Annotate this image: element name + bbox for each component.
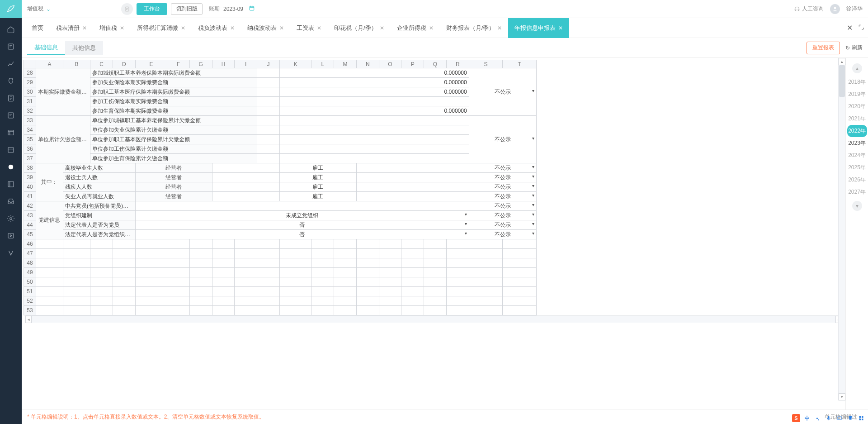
cell[interactable] xyxy=(334,249,357,258)
tab-税表清册[interactable]: 税表清册✕ xyxy=(50,18,93,38)
note-icon[interactable] xyxy=(121,3,133,15)
year-down-icon[interactable]: ▾ xyxy=(852,201,862,211)
cell[interactable] xyxy=(311,239,334,249)
col-Q[interactable]: Q xyxy=(424,60,447,68)
tab-close-icon[interactable]: ✕ xyxy=(120,25,124,31)
nav-inbox-icon[interactable] xyxy=(0,194,22,209)
cell[interactable] xyxy=(446,239,469,249)
cell[interactable] xyxy=(113,296,135,306)
row-46[interactable]: 46 xyxy=(24,239,36,249)
ime-skin-icon[interactable] xyxy=(846,414,854,422)
col-R[interactable]: R xyxy=(446,60,469,68)
desc[interactable]: 参加工伤保险本期实际缴费金额 xyxy=(90,97,257,106)
row-39[interactable]: 39 xyxy=(24,173,36,182)
cell[interactable] xyxy=(469,277,503,287)
cell[interactable] xyxy=(311,249,334,258)
desc[interactable]: 单位参加城镇职工基本养老保险累计欠缴金额 xyxy=(90,116,257,125)
ime-voice-icon[interactable] xyxy=(825,414,833,422)
cell[interactable] xyxy=(279,287,311,296)
tab-close-icon[interactable]: ✕ xyxy=(82,25,87,31)
cell[interactable] xyxy=(356,287,379,296)
cell[interactable] xyxy=(379,287,401,296)
tab-年报信息申报表[interactable]: 年报信息申报表✕ xyxy=(508,18,569,38)
tab-税负波动表[interactable]: 税负波动表✕ xyxy=(192,18,241,38)
value[interactable]: 0.000000 xyxy=(279,87,469,97)
cell[interactable] xyxy=(469,296,503,306)
cell[interactable] xyxy=(379,296,401,306)
cell[interactable] xyxy=(212,296,235,306)
cell[interactable] xyxy=(424,296,447,306)
cell[interactable] xyxy=(311,287,334,296)
cell[interactable] xyxy=(90,296,113,306)
cell[interactable] xyxy=(189,277,212,287)
cell[interactable] xyxy=(469,268,503,277)
cell[interactable] xyxy=(167,258,190,268)
ime-cn-icon[interactable]: 中 xyxy=(803,414,811,422)
row-43[interactable]: 43 xyxy=(24,211,36,220)
desc[interactable]: 法定代表人是否为党组织书记 xyxy=(63,230,136,239)
cell[interactable] xyxy=(189,239,212,249)
username[interactable]: 徐泽华 xyxy=(846,5,863,13)
cell[interactable] xyxy=(379,277,401,287)
cell[interactable] xyxy=(36,277,63,287)
vis-select[interactable]: 不公示 xyxy=(469,116,536,163)
desc[interactable]: 退役士兵人数 xyxy=(63,173,136,182)
cell[interactable] xyxy=(446,296,469,306)
cell[interactable] xyxy=(212,192,279,201)
vis-select[interactable]: 不公示 xyxy=(469,173,536,182)
tab-工资表[interactable]: 工资表✕ xyxy=(290,18,328,38)
vis-select[interactable]: 不公示 xyxy=(469,163,536,173)
row-51[interactable]: 51 xyxy=(24,287,36,296)
cell[interactable] xyxy=(356,306,379,315)
vertical-scrollbar[interactable]: ▴ ▾ xyxy=(838,58,845,400)
cell[interactable] xyxy=(63,306,90,315)
nav-video-icon[interactable] xyxy=(0,228,22,243)
cell[interactable] xyxy=(135,287,167,296)
cell[interactable] xyxy=(401,268,424,277)
nav-home-icon[interactable] xyxy=(0,22,22,37)
cell[interactable] xyxy=(334,258,357,268)
desc[interactable]: 参加城镇职工基本养老保险本期实际缴费金额 xyxy=(90,68,257,78)
tab-印花税（月/季）[interactable]: 印花税（月/季）✕ xyxy=(328,18,391,38)
row-34[interactable]: 34 xyxy=(24,125,36,135)
desc[interactable]: 失业人员再就业人数 xyxy=(63,192,136,201)
cell[interactable] xyxy=(334,296,357,306)
tab-close-icon[interactable]: ✕ xyxy=(230,25,235,31)
cell[interactable] xyxy=(135,306,167,315)
period-value[interactable]: 2023-09 xyxy=(223,6,243,12)
cell[interactable] xyxy=(63,277,90,287)
cell[interactable] xyxy=(212,173,279,182)
nav-chart-icon[interactable] xyxy=(0,56,22,71)
col-T[interactable]: T xyxy=(503,60,537,68)
cell[interactable] xyxy=(257,87,280,97)
row-36[interactable]: 36 xyxy=(24,144,36,154)
cell[interactable] xyxy=(135,277,167,287)
desc[interactable]: 参加生育保险本期实际缴费金额 xyxy=(90,106,257,116)
year-2027年[interactable]: 2027年 xyxy=(847,186,867,198)
ime-tool-icon[interactable] xyxy=(857,414,865,422)
col-E[interactable]: E xyxy=(135,60,167,68)
cell[interactable] xyxy=(257,277,280,287)
year-2023年[interactable]: 2023年 xyxy=(847,137,867,149)
cell[interactable] xyxy=(311,258,334,268)
cell[interactable] xyxy=(379,239,401,249)
tab-增值税[interactable]: 增值税✕ xyxy=(93,18,131,38)
cell[interactable] xyxy=(424,287,447,296)
ime-keyboard-icon[interactable] xyxy=(835,414,844,422)
cell[interactable] xyxy=(167,306,190,315)
cell[interactable] xyxy=(36,296,63,306)
col-O[interactable]: O xyxy=(379,60,401,68)
cell[interactable] xyxy=(311,277,334,287)
cell[interactable] xyxy=(446,277,469,287)
cell[interactable] xyxy=(446,306,469,315)
cell[interactable] xyxy=(235,306,257,315)
cell[interactable] xyxy=(63,296,90,306)
cell[interactable] xyxy=(469,239,503,249)
cell[interactable] xyxy=(424,268,447,277)
value[interactable] xyxy=(279,97,469,106)
row-32[interactable]: 32 xyxy=(24,106,36,116)
user-avatar[interactable] xyxy=(830,4,840,14)
cell[interactable] xyxy=(212,163,279,173)
cell[interactable] xyxy=(36,258,63,268)
cell[interactable] xyxy=(113,249,135,258)
